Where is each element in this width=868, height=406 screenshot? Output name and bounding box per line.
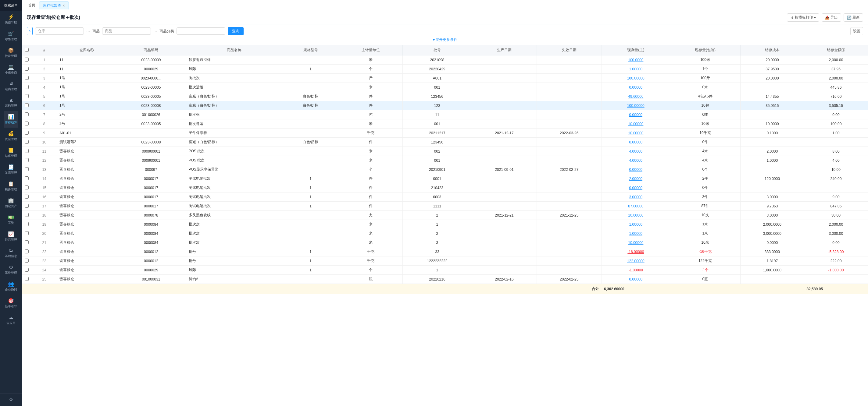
- row-serial: 8: [32, 120, 57, 129]
- row-select-checkbox[interactable]: [25, 103, 29, 107]
- row-prod-date: 2021-12-17: [472, 129, 537, 138]
- row-checkbox: [22, 110, 32, 120]
- sidebar-search[interactable]: 搜索菜单: [0, 0, 22, 11]
- row-qty-main: 10.00000: [601, 211, 670, 220]
- row-select-checkbox[interactable]: [25, 122, 29, 126]
- row-qty-main: 4.00000: [601, 156, 670, 165]
- row-qty-pack: 1米: [670, 229, 741, 238]
- row-qty-main: 1.00000: [601, 65, 670, 74]
- sidebar-item-1[interactable]: 🛒零售管理: [4, 28, 18, 44]
- row-amount: 4.00: [804, 156, 868, 165]
- filter-toggle-button[interactable]: ›: [27, 27, 33, 35]
- row-select-checkbox[interactable]: [25, 149, 29, 153]
- sidebar-icon-1: 🛒: [8, 31, 14, 37]
- sidebar-icon-18: ☁: [8, 315, 13, 320]
- tab-inventory-batch[interactable]: 库存批次查 ✕: [39, 2, 69, 9]
- th-name: 商品名称: [186, 45, 282, 56]
- row-select-checkbox[interactable]: [25, 231, 29, 235]
- row-batch: 001: [402, 156, 472, 165]
- sidebar-item-9[interactable]: 🧾发票管理: [4, 161, 18, 178]
- sidebar-item-17[interactable]: 🎯新手引导: [4, 295, 18, 312]
- row-select-checkbox[interactable]: [25, 85, 29, 89]
- th-unit: 主计量单位: [339, 45, 402, 56]
- row-select-checkbox[interactable]: [25, 167, 29, 171]
- row-select-checkbox[interactable]: [25, 76, 29, 80]
- sidebar-item-15[interactable]: ⚙系统管理: [4, 261, 18, 278]
- row-spec: [282, 120, 339, 129]
- row-amount: 37.95: [804, 65, 868, 74]
- sidebar-item-5[interactable]: 🛍采购管理: [4, 94, 18, 111]
- row-code: 001000026: [116, 110, 186, 120]
- row-select-checkbox[interactable]: [25, 213, 29, 217]
- row-select-checkbox[interactable]: [25, 158, 29, 162]
- warehouse-filter[interactable]: [35, 27, 84, 35]
- table-row: 2 11 0000029 展际 1 个 20220429 1.00000 1个 …: [22, 65, 868, 74]
- row-select-checkbox[interactable]: [25, 67, 29, 71]
- sidebar-item-3[interactable]: 💻小账电商: [4, 61, 18, 78]
- sidebar-item-12[interactable]: 💵工资: [4, 211, 18, 228]
- sidebar-item-8[interactable]: 📒总账管理: [4, 144, 18, 161]
- row-spec: [282, 83, 339, 92]
- tab-close-icon[interactable]: ✕: [62, 4, 65, 7]
- th-spec: 规格型号: [282, 45, 339, 56]
- row-prod-date: [472, 266, 537, 275]
- sidebar-item-14[interactable]: 🗂基础信息: [4, 245, 18, 261]
- row-select-checkbox[interactable]: [25, 259, 29, 263]
- goods-filter[interactable]: [102, 27, 151, 35]
- row-cost: 2,000.0000: [740, 220, 804, 229]
- row-name: 测试电笔批次: [186, 183, 282, 193]
- sidebar-item-13[interactable]: 📈经营管理: [4, 228, 18, 245]
- print-button[interactable]: 🖨 按模板打印 ▾: [787, 13, 819, 22]
- row-select-checkbox[interactable]: [25, 195, 29, 199]
- sidebar-item-16[interactable]: 👥企业协同: [4, 278, 18, 295]
- refresh-button[interactable]: 🔄 刷新: [844, 13, 863, 22]
- row-select-checkbox[interactable]: [25, 222, 29, 226]
- expand-filter-button[interactable]: ▾ 展开更多条件: [433, 37, 457, 42]
- row-select-checkbox[interactable]: [25, 240, 29, 244]
- sidebar-item-4[interactable]: 🖥电商管理: [4, 78, 18, 94]
- sidebar-item-7[interactable]: 💰资金管理: [4, 128, 18, 144]
- row-qty-main: 0.00000: [601, 165, 670, 174]
- row-prod-date: [472, 238, 537, 247]
- row-name: 测试电笔批次: [186, 174, 282, 183]
- row-select-checkbox[interactable]: [25, 131, 29, 135]
- category-filter[interactable]: [177, 27, 225, 35]
- row-spec: [282, 129, 339, 138]
- row-select-checkbox[interactable]: [25, 268, 29, 272]
- sidebar-item-0[interactable]: ⚡快捷导航: [4, 11, 18, 28]
- sidebar-item-2[interactable]: 📦批发管理: [4, 44, 18, 61]
- row-select-checkbox[interactable]: [25, 94, 29, 98]
- search-button[interactable]: 查询: [228, 27, 244, 35]
- row-select-checkbox[interactable]: [25, 112, 29, 116]
- sidebar-item-6[interactable]: 📊库存核算: [4, 111, 18, 128]
- row-name: 测试电笔批次: [186, 202, 282, 211]
- row-spec: [282, 238, 339, 247]
- row-exp-date: [536, 138, 601, 147]
- row-select-checkbox[interactable]: [25, 277, 29, 281]
- select-all-checkbox[interactable]: [25, 48, 29, 52]
- row-amount: 0.00: [804, 238, 868, 247]
- row-warehouse: 11: [57, 65, 116, 74]
- row-serial: 16: [32, 193, 57, 202]
- row-select-checkbox[interactable]: [25, 58, 29, 62]
- row-name: 批次次: [186, 238, 282, 247]
- sidebar-label-11: 固定资产: [5, 204, 17, 208]
- sidebar-item-18[interactable]: ☁云应用: [4, 312, 18, 328]
- sidebar-item-10[interactable]: 📋税务管理: [4, 178, 18, 195]
- row-select-checkbox[interactable]: [25, 249, 29, 253]
- row-select-checkbox[interactable]: [25, 140, 29, 144]
- tab-home[interactable]: 首页: [24, 2, 39, 9]
- sidebar-icon-7: 💰: [8, 131, 14, 136]
- row-select-checkbox[interactable]: [25, 185, 29, 190]
- export-button[interactable]: 📤 导出: [822, 13, 841, 22]
- row-select-checkbox[interactable]: [25, 204, 29, 208]
- row-select-checkbox[interactable]: [25, 176, 29, 180]
- sidebar-item-11[interactable]: 🏢固定资产: [4, 195, 18, 211]
- row-name: 测试电笔批次: [186, 193, 282, 202]
- row-name: 软胶遥通衔棒: [186, 56, 282, 65]
- row-amount: 2,000.00: [804, 74, 868, 83]
- row-qty-main: 0.00000: [601, 183, 670, 193]
- table-row: 15 晋喜粮仓 0000017 测试电笔批次 1 件 210423 0.0000…: [22, 183, 868, 193]
- sidebar-item-settings[interactable]: ⚙: [0, 393, 22, 406]
- settings-button[interactable]: 设置: [850, 27, 863, 35]
